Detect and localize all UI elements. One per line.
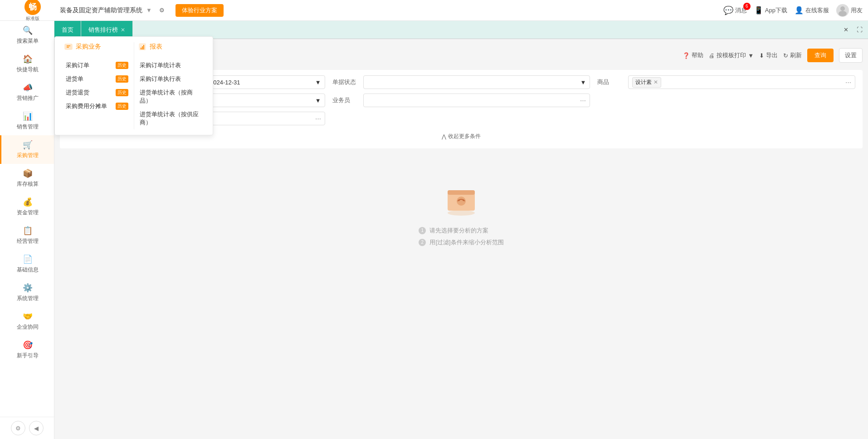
- tab-close-all-btn[interactable]: ✕: [841, 25, 851, 35]
- hint-num-2: 2: [419, 239, 426, 246]
- collapse-icon: ⋀: [442, 133, 446, 140]
- svg-rect-4: [448, 190, 475, 195]
- svg-point-1: [839, 11, 847, 16]
- menu-columns: 采购业务 采购订单 历史 进货单 历史 进货退货 历史 采购费用分摊单 历史: [60, 42, 207, 129]
- app-download-label: App下载: [765, 6, 787, 15]
- sidebar-item-enterprise[interactable]: 🤝 企业协同: [0, 307, 54, 335]
- goods-dots[interactable]: ⋯: [845, 79, 851, 86]
- menu-item-po-exec[interactable]: 采购订单执行表: [138, 72, 204, 86]
- sidebar-item-guide[interactable]: 🎯 新手引导: [0, 335, 54, 364]
- menu-item-purchase-return[interactable]: 进货退货 历史: [64, 86, 130, 99]
- export-icon: ⬇: [759, 52, 764, 59]
- sidebar-settings-btn[interactable]: ⚙: [11, 421, 25, 435]
- purchase-section-header: 采购业务: [64, 42, 130, 54]
- salesperson-control[interactable]: ⋯: [363, 94, 590, 107]
- settings-btn[interactable]: 设置: [839, 48, 863, 63]
- print-dropdown-icon: ▼: [748, 52, 754, 59]
- industry-btn[interactable]: 体验行业方案: [176, 4, 224, 17]
- hint-num-1: 1: [419, 227, 426, 234]
- menu-item-po-stats[interactable]: 采购订单统计表: [138, 59, 204, 72]
- goods-tag-close[interactable]: ✕: [653, 79, 658, 85]
- logo-text: 标准版: [26, 15, 39, 22]
- header-right: 💬 6 消息 📱 App下载 👤 在线客服 用友: [723, 4, 863, 17]
- sidebar-item-funds[interactable]: 💰 资金管理: [0, 192, 54, 221]
- hint-item-2: 2 用[过滤]条件来缩小分析范围: [419, 237, 503, 248]
- sidebar-label-guide: 新手引导: [17, 352, 39, 360]
- sidebar-label-search: 搜索菜单: [17, 37, 39, 45]
- tab-sales-rank-label: 销售排行榜: [88, 26, 118, 34]
- system-title-area: 装备及固定资产辅助管理系统 ▼ ⚙ 体验行业方案: [60, 4, 723, 17]
- tab-home-label: 首页: [62, 26, 73, 34]
- salesperson-filter: 业务员 ⋯: [332, 94, 590, 107]
- print-icon: 🖨: [709, 52, 715, 59]
- tab-close-icon[interactable]: ✕: [121, 27, 125, 33]
- salesperson-dots[interactable]: ⋯: [580, 97, 586, 104]
- menu-item-receipt-by-supplier[interactable]: 进货单统计表（按供应商）: [138, 108, 204, 129]
- sidebar-label-enterprise: 企业协同: [17, 323, 39, 331]
- help-btn[interactable]: ❓ 帮助: [683, 51, 703, 59]
- bill-status-filter: 单据状态 ▼: [332, 75, 590, 89]
- hist-badge-return: 历史: [116, 89, 128, 96]
- empty-hint: 1 请先选择要分析的方案 2 用[过滤]条件来缩小分析范围: [419, 225, 503, 248]
- sidebar-item-marketing[interactable]: 📣 营销推广: [0, 78, 54, 107]
- refresh-icon: ↻: [783, 52, 788, 59]
- export-btn[interactable]: ⬇ 导出: [759, 51, 778, 59]
- svg-rect-8: [65, 44, 72, 49]
- empty-state: 1 请先选择要分析的方案 2 用[过滤]条件来缩小分析范围: [60, 154, 863, 276]
- date-chevron: ▼: [315, 79, 321, 86]
- print-btn[interactable]: 🖨 按模板打印 ▼: [709, 51, 754, 59]
- funds-icon: 💰: [23, 197, 33, 207]
- user-label: 用友: [851, 6, 863, 15]
- menu-item-receipt-by-goods[interactable]: 进货单统计表（按商品）: [138, 86, 204, 108]
- svg-rect-14: [143, 45, 144, 49]
- top-header: 畅 标准版 装备及固定资产辅助管理系统 ▼ ⚙ 体验行业方案 💬 6 消息 📱 …: [0, 0, 868, 21]
- sidebar-item-sales[interactable]: 📊 销售管理: [0, 107, 54, 135]
- app-download-btn[interactable]: 📱 App下载: [754, 6, 787, 15]
- bill-status-control[interactable]: ▼: [363, 75, 590, 89]
- svg-point-2: [448, 210, 475, 216]
- marketing-icon: 📣: [23, 83, 33, 93]
- user-menu[interactable]: 用友: [836, 4, 863, 17]
- tab-maximize-btn[interactable]: ⛶: [854, 25, 864, 35]
- menu-item-purchase-order[interactable]: 采购订单 历史: [64, 59, 130, 72]
- title-dropdown-arrow[interactable]: ▼: [146, 7, 152, 14]
- home-icon: 🏠: [23, 54, 33, 64]
- sidebar-label-operations: 经营管理: [17, 237, 39, 245]
- customer-dots[interactable]: ⋯: [315, 115, 321, 122]
- svg-rect-13: [142, 46, 143, 49]
- sidebar-bottom: ⚙ ◀: [0, 417, 54, 439]
- sidebar-item-basic-info[interactable]: 📄 基础信息: [0, 250, 54, 278]
- query-btn[interactable]: 查询: [807, 49, 834, 62]
- hist-badge-expense: 历史: [116, 103, 128, 110]
- collapse-btn[interactable]: ⋀ 收起更多条件: [439, 130, 483, 143]
- system-title: 装备及固定资产辅助管理系统: [60, 6, 142, 15]
- sidebar-item-search[interactable]: 🔍 搜索菜单: [0, 21, 54, 49]
- svg-rect-12: [141, 48, 141, 49]
- logo-area: 畅 标准版: [5, 0, 60, 22]
- sidebar-item-purchase[interactable]: 🛒 采购管理: [0, 135, 54, 164]
- purchase-section-icon: [64, 42, 73, 51]
- message-btn[interactable]: 💬 6 消息: [723, 5, 747, 15]
- hint-item-1: 1 请先选择要分析的方案: [419, 225, 503, 237]
- bill-status-label: 单据状态: [332, 78, 360, 86]
- menu-col-report: 报表 采购订单统计表 采购订单执行表 进货单统计表（按商品） 进货单统计表（按供…: [134, 42, 208, 129]
- sidebar-item-quick-nav[interactable]: 🏠 快捷导航: [0, 49, 54, 78]
- menu-item-purchase-receipt[interactable]: 进货单 历史: [64, 72, 130, 86]
- online-service-label: 在线客服: [805, 6, 829, 15]
- settings-icon-btn[interactable]: ⚙: [156, 4, 168, 17]
- online-service-btn[interactable]: 👤 在线客服: [795, 6, 829, 15]
- goods-control[interactable]: 设计素 ✕ ⋯: [628, 75, 855, 89]
- enterprise-icon: 🤝: [23, 311, 33, 321]
- sidebar-label-system: 系统管理: [17, 295, 39, 302]
- logo-icon: 畅: [24, 0, 41, 15]
- svg-point-0: [840, 6, 845, 11]
- menu-col-purchase: 采购业务 采购订单 历史 进货单 历史 进货退货 历史 采购费用分摊单 历史: [60, 42, 134, 129]
- sidebar-item-system[interactable]: ⚙️ 系统管理: [0, 278, 54, 307]
- user-avatar: [836, 4, 849, 17]
- sidebar-collapse-btn[interactable]: ◀: [29, 421, 44, 435]
- sidebar-item-operations[interactable]: 📋 经营管理: [0, 221, 54, 250]
- refresh-btn[interactable]: ↻ 刷新: [783, 51, 802, 59]
- bill-status-chevron: ▼: [580, 79, 586, 86]
- sidebar-item-inventory[interactable]: 📦 库存核算: [0, 164, 54, 192]
- menu-item-purchase-expense[interactable]: 采购费用分摊单 历史: [64, 99, 130, 113]
